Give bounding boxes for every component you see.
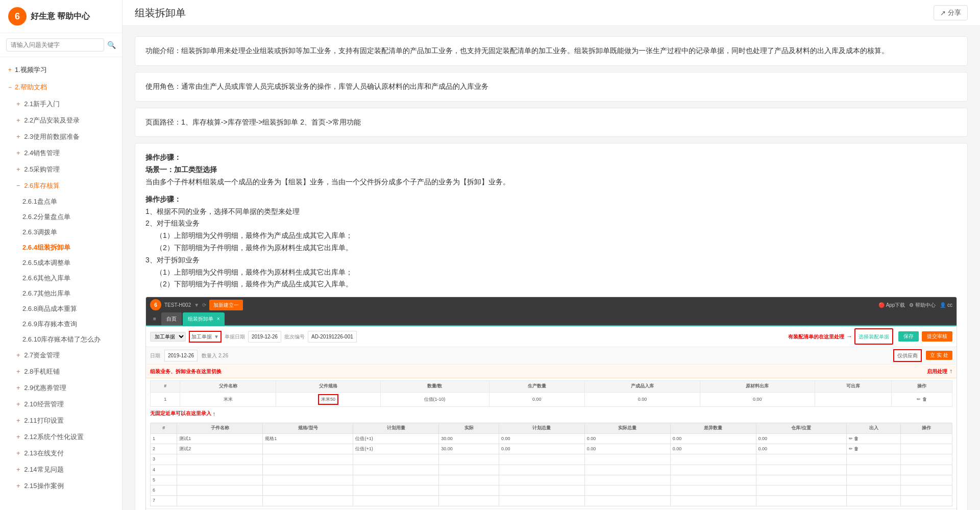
plus-icon-2.2: + (16, 116, 20, 124)
mock-top-table: # 父件名称 父件规格 数量/数 生产数量 产成品入库 原材料出库 可出库 操作 (150, 380, 952, 407)
plus-icon-2.12: + (16, 433, 20, 441)
mock-help-icon: ⚙ 帮助中心 (909, 301, 936, 309)
sidebar-item-2.8[interactable]: + 2.8手机旺铺 (0, 363, 122, 380)
mock-top-table-wrapper: # 父件名称 父件规格 数量/数 生产数量 产成品入库 原材料出库 可出库 操作 (146, 380, 957, 409)
step-3-1: （1）上部明细为父件明细，最终作为原材料生成其它出库单； (156, 266, 957, 279)
annotation-no-fixed-list: 无固定近单可以在这里录入 ↑ (146, 409, 957, 421)
mock-bottom-row-7: 7 (151, 496, 952, 506)
logo-icon: 6 (8, 7, 27, 26)
step-2-2: （2）下部明细为子件明细，最终作为原材料生成其它出库单。 (156, 242, 957, 254)
mock-field-batchno: AD-20191226-001 (308, 331, 357, 343)
sidebar-item-2.15[interactable]: + 2.15操作案例 (0, 478, 122, 494)
sidebar-item-2.10[interactable]: + 2.10经营管理 (0, 396, 122, 412)
mock-dropdown-icon: ▼ (194, 301, 199, 309)
ops-card: 操作步骤： 场景一：加工类型选择 当由多个子件材料组装成一个成品的业务为【组装】… (135, 143, 968, 510)
plus-icon-2.8: + (16, 368, 20, 375)
mock-bottom-table: # 子件名称 规格/型号 计划用量 实际 计划总量 实际总量 差异数量 仓库/位… (150, 423, 952, 506)
mock-bottom-row-6: 6 (151, 485, 952, 496)
sidebar-item-2.6.7[interactable]: 2.6.7其他出库单 (0, 286, 122, 301)
role-card: 使用角色：通常由生产人员或库管人员完成拆装业务的操作，库管人员确认原材料的出库和… (135, 72, 968, 102)
mock-bottom-table-wrapper: # 子件名称 规格/型号 计划用量 实际 计划总量 实际总量 差异数量 仓库/位… (146, 423, 957, 508)
annotation-enable: 启用处理 ↑ (927, 366, 952, 376)
search-input[interactable] (6, 38, 104, 52)
plus-icon-2.1: + (16, 100, 20, 108)
sidebar-item-2.12[interactable]: + 2.12系统个性化设置 (0, 429, 122, 445)
plus-icon-2.3: + (16, 133, 20, 140)
share-button[interactable]: ↗ 分享 (934, 5, 968, 20)
logo-area: 6 好生意 帮助中心 (0, 0, 122, 33)
sidebar: 6 好生意 帮助中心 🔍 + 1.视频学习 − 2.帮助文档 + 2.1新手入门… (0, 0, 122, 510)
mock-type-select-wrapper: 加工单据 ▼ (189, 331, 222, 343)
mock-save-btn[interactable]: 保存 (898, 331, 919, 342)
sidebar-item-video[interactable]: + 1.视频学习 (0, 61, 122, 79)
step-2: 2、对于组装业务 (145, 217, 957, 230)
mock-tab-home[interactable]: 自页 (161, 312, 182, 325)
mock-field-batchno-label: 批次编号 (284, 332, 305, 341)
mock-sub-date-val: 2019-12-26 (164, 350, 198, 361)
mock-type-select[interactable]: 加工单据 (150, 332, 186, 342)
mock-apply-btn[interactable]: 立 实 处 (926, 351, 952, 360)
mock-tab-assembly[interactable]: 组装拆卸单 × (183, 312, 225, 325)
sidebar-item-2.6.5[interactable]: 2.6.5成本调整单 (0, 255, 122, 271)
mock-submit-btn[interactable]: 提交审核 (922, 331, 952, 342)
scene1-title: 场景一：加工类型选择 (145, 164, 957, 176)
minus-icon-2.6: − (16, 182, 20, 189)
mock-bottom-row-5: 5 (151, 475, 952, 485)
mock-qinpu-group: 仅供应商 (893, 349, 922, 362)
sidebar-item-2.9[interactable]: + 2.9优惠券管理 (0, 380, 122, 396)
sidebar-item-2.6.3[interactable]: 2.6.3调拨单 (0, 225, 122, 240)
share-icon: ↗ (940, 9, 946, 17)
mock-tab-sidebar-toggle[interactable]: ≡ (150, 312, 159, 325)
sidebar-item-2.7[interactable]: + 2.7资金管理 (0, 347, 122, 363)
sidebar-item-2.1[interactable]: + 2.1新手入门 (0, 96, 122, 112)
mock-title-text: TEST-H002 (164, 301, 191, 309)
sidebar-item-2.6.9[interactable]: 2.6.9库存账本查询 (0, 317, 122, 332)
intro-card: 功能介绍：组装拆卸单用来处理企业组装或拆卸等加工业务，支持有固定装配清单的产品加… (135, 36, 968, 66)
sidebar-item-docs[interactable]: − 2.帮助文档 (0, 79, 122, 96)
mock-app-icon: 🔴 App下载 (878, 301, 905, 309)
intro-text: 功能介绍：组装拆卸单用来处理企业组装或拆卸等加工业务，支持有固定装配清单的产品加… (145, 45, 957, 57)
search-icon[interactable]: 🔍 (107, 41, 116, 49)
sidebar-item-2.6.4[interactable]: 2.6.4组装拆卸单 (0, 240, 122, 255)
sidebar-item-2.11[interactable]: + 2.11打印设置 (0, 412, 122, 429)
mock-btn-assembly[interactable]: 选择装配单据 (854, 328, 893, 345)
mock-refresh-icon: ⟳ (202, 301, 206, 309)
sidebar-item-2.6[interactable]: − 2.6库存核算 (0, 178, 122, 194)
sidebar-item-2.2[interactable]: + 2.2产品安装及登录 (0, 112, 122, 129)
plus-icon-2.10: + (16, 400, 20, 408)
sidebar-item-2.6.1[interactable]: 2.6.1盘点单 (0, 194, 122, 209)
role-text: 使用角色：通常由生产人员或库管人员完成拆装业务的操作，库管人员确认原材料的出库和… (145, 81, 957, 93)
sidebar-item-2.6.2[interactable]: 2.6.2分量盘点单 (0, 209, 122, 225)
steps-list: 1、根据不同的业务，选择不同单据的类型来处理 2、对于组装业务 （1）上部明细为… (145, 206, 957, 291)
plus-icon-2.9: + (16, 384, 20, 392)
step-2-1: （1）上部明细为父件明细，最终作为产成品生成其它入库单； (156, 230, 957, 242)
plus-icon-2.14: + (16, 466, 20, 473)
sidebar-item-2.5[interactable]: + 2.5采购管理 (0, 161, 122, 178)
plus-icon-2.13: + (16, 449, 20, 457)
plus-icon-2.11: + (16, 417, 20, 424)
main-content: 组装拆卸单 ↗ 分享 功能介绍：组装拆卸单用来处理企业组装或拆卸等加工业务，支持… (122, 0, 980, 510)
logo-text: 好生意 帮助中心 (31, 11, 90, 22)
sidebar-item-2.13[interactable]: + 2.13在线支付 (0, 445, 122, 462)
sidebar-item-2.6.6[interactable]: 2.6.6其他入库单 (0, 271, 122, 286)
mock-bottom-row-3: 3 (151, 454, 952, 465)
mock-user-icon: 👤 cc (940, 301, 952, 309)
sidebar-item-2.4[interactable]: + 2.4销售管理 (0, 145, 122, 161)
plus-icon-2.5: + (16, 165, 20, 173)
annotation-assembly: 有装配清单的在这里处理 → 选择装配单据 (788, 328, 893, 345)
path-card: 页面路径：1、库存核算->库存管理->组装拆卸单 2、首页->常用功能 (135, 108, 968, 137)
sidebar-item-2.3[interactable]: + 2.3使用前数据准备 (0, 129, 122, 145)
mock-bottom-row-1: 1 测试1 规格1 位值(+1) 30.00 0.00 0.00 0.00 0.… (151, 433, 952, 444)
sidebar-item-2.14[interactable]: + 2.14常见问题 (0, 462, 122, 478)
sidebar-item-2.6.8[interactable]: 2.6.8商品成本重算 (0, 301, 122, 317)
mock-new-btn: 加新建立一 (209, 300, 243, 310)
step-3-2: （2）下部明细为子件明细，最终作为产成品生成其它入库单。 (156, 278, 957, 290)
scene1-desc: 当由多个子件材料组装成一个成品的业务为【组装】业务，当由一个父件拆分成多个子产品… (145, 176, 957, 188)
screenshot-mockup: 6 TEST-H002 ▼ ⟳ 加新建立一 🔴 App下载 ⚙ 帮助中心 👤 c… (145, 297, 957, 510)
mock-bottom-row-4: 4 (151, 465, 952, 475)
mock-top-table-row-1: 1 米米 米米50 位值(1-10) 0.00 0.00 0.00 ✏ 🗑 (151, 392, 952, 406)
content-area: 功能介绍：组装拆卸单用来处理企业组装或拆卸等加工业务，支持有固定装配清单的产品加… (122, 26, 980, 510)
annotation-business-type: 组装业务、拆卸业务在这里切换 (150, 367, 222, 376)
sidebar-item-2.6.10[interactable]: 2.6.10库存账本错了怎么办 (0, 332, 122, 347)
mock-sub-num-label: 数量入 2.26 (202, 351, 228, 360)
